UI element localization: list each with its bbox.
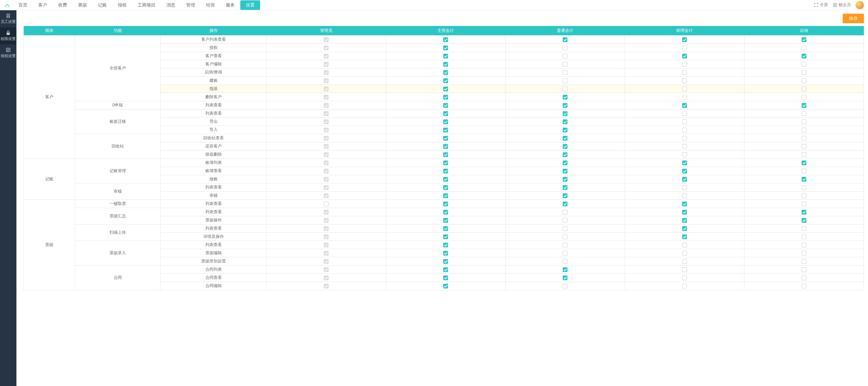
perm-checkbox-r30-c1[interactable] — [443, 284, 448, 288]
perm-checkbox-r27-c4[interactable] — [802, 259, 806, 264]
perm-checkbox-r14-c1[interactable] — [443, 152, 448, 157]
perm-checkbox-r12-c1[interactable] — [443, 136, 448, 141]
perm-checkbox-r7-c2[interactable] — [563, 95, 567, 100]
perm-checkbox-r15-c3[interactable] — [682, 160, 687, 165]
fullscreen-button[interactable]: 全屏 — [814, 2, 828, 8]
perm-checkbox-r17-c4[interactable] — [802, 177, 806, 182]
perm-checkbox-r22-c2[interactable] — [563, 218, 567, 223]
perm-checkbox-r23-c4[interactable] — [802, 226, 806, 231]
perm-checkbox-r8-c3[interactable] — [682, 103, 687, 108]
perm-checkbox-r22-c3[interactable] — [682, 218, 687, 223]
perm-checkbox-r27-c1[interactable] — [443, 259, 448, 264]
sidebar-item-tax[interactable]: 报税设置 — [0, 44, 16, 62]
perm-checkbox-r16-c3[interactable] — [682, 169, 687, 173]
perm-checkbox-r25-c3[interactable] — [682, 243, 687, 247]
perm-checkbox-r30-c4[interactable] — [802, 284, 806, 288]
perm-checkbox-r2-c1[interactable] — [443, 54, 448, 59]
perm-checkbox-r22-c4[interactable] — [802, 218, 806, 223]
perm-checkbox-r20-c2[interactable] — [563, 202, 567, 206]
perm-checkbox-r25-c1[interactable] — [443, 243, 448, 247]
perm-checkbox-r0-c1[interactable] — [443, 37, 448, 42]
perm-checkbox-r3-c3[interactable] — [682, 62, 687, 67]
perm-checkbox-r0-c4[interactable] — [802, 37, 806, 42]
perm-checkbox-r8-c1[interactable] — [443, 103, 448, 108]
perm-checkbox-r13-c2[interactable] — [563, 144, 567, 149]
perm-checkbox-r26-c3[interactable] — [682, 251, 687, 256]
perm-checkbox-r23-c3[interactable] — [682, 226, 687, 231]
perm-checkbox-r9-c3[interactable] — [682, 111, 687, 116]
perm-checkbox-r20-c3[interactable] — [682, 202, 687, 206]
perm-checkbox-r25-c4[interactable] — [802, 243, 806, 247]
perm-checkbox-r18-c4[interactable] — [802, 185, 806, 190]
nav-item-8[interactable]: 管理 — [181, 0, 201, 10]
perm-checkbox-r21-c1[interactable] — [443, 210, 448, 215]
perm-checkbox-r9-c4[interactable] — [802, 111, 806, 116]
perm-checkbox-r16-c1[interactable] — [443, 169, 448, 173]
perm-checkbox-r3-c4[interactable] — [802, 62, 806, 67]
perm-checkbox-r6-c3[interactable] — [682, 87, 687, 91]
perm-checkbox-r3-c1[interactable] — [443, 62, 448, 67]
perm-checkbox-r7-c4[interactable] — [802, 95, 806, 100]
avatar[interactable] — [856, 1, 864, 9]
nav-item-0[interactable]: 首页 — [13, 0, 33, 10]
perm-checkbox-r5-c3[interactable] — [682, 78, 687, 83]
perm-checkbox-r15-c4[interactable] — [802, 160, 806, 165]
perm-checkbox-r17-c1[interactable] — [443, 177, 448, 182]
perm-checkbox-r4-c3[interactable] — [682, 70, 687, 75]
nav-item-7[interactable]: 消息 — [161, 0, 181, 10]
perm-checkbox-r6-c2[interactable] — [563, 87, 567, 91]
perm-checkbox-r14-c4[interactable] — [802, 152, 806, 157]
perm-checkbox-r5-c2[interactable] — [563, 78, 567, 83]
perm-checkbox-r19-c4[interactable] — [802, 193, 806, 198]
nav-item-10[interactable]: 服务 — [220, 0, 240, 10]
perm-checkbox-r23-c2[interactable] — [563, 226, 567, 231]
perm-checkbox-r30-c2[interactable] — [563, 284, 567, 288]
perm-checkbox-r5-c1[interactable] — [443, 78, 448, 83]
perm-checkbox-r11-c4[interactable] — [802, 128, 806, 132]
perm-checkbox-r12-c2[interactable] — [563, 136, 567, 141]
perm-checkbox-r10-c3[interactable] — [682, 119, 687, 124]
perm-checkbox-r6-c1[interactable] — [443, 87, 448, 91]
perm-checkbox-r24-c2[interactable] — [563, 234, 567, 239]
perm-checkbox-r1-c1[interactable] — [443, 46, 448, 50]
perm-checkbox-r7-c3[interactable] — [682, 95, 687, 100]
perm-checkbox-r17-c2[interactable] — [563, 177, 567, 182]
perm-checkbox-r24-c1[interactable] — [443, 234, 448, 239]
perm-checkbox-r9-c2[interactable] — [563, 111, 567, 116]
sidebar-item-staff[interactable]: 员工设置 — [0, 10, 16, 27]
perm-checkbox-r19-c3[interactable] — [682, 193, 687, 198]
sidebar-item-lock[interactable]: 权限设置 — [0, 27, 16, 44]
perm-checkbox-r13-c4[interactable] — [802, 144, 806, 149]
nav-item-6[interactable]: 工商项目 — [132, 0, 161, 10]
perm-checkbox-r1-c3[interactable] — [682, 46, 687, 50]
nav-item-11[interactable]: 设置 — [240, 0, 260, 10]
perm-checkbox-r15-c2[interactable] — [563, 160, 567, 165]
save-button[interactable]: 保存 — [843, 14, 864, 23]
member-button[interactable]: 畅会员 — [833, 2, 851, 8]
perm-checkbox-r10-c1[interactable] — [443, 119, 448, 124]
perm-checkbox-r1-c4[interactable] — [802, 46, 806, 50]
perm-checkbox-r21-c3[interactable] — [682, 210, 687, 215]
perm-checkbox-r25-c2[interactable] — [563, 243, 567, 247]
perm-checkbox-r22-c1[interactable] — [443, 218, 448, 223]
perm-checkbox-r23-c1[interactable] — [443, 226, 448, 231]
perm-checkbox-r27-c3[interactable] — [682, 259, 687, 264]
perm-checkbox-r28-c4[interactable] — [802, 267, 806, 272]
perm-checkbox-r16-c2[interactable] — [563, 169, 567, 173]
perm-checkbox-r21-c4[interactable] — [802, 210, 806, 215]
perm-checkbox-r18-c2[interactable] — [563, 185, 567, 190]
perm-checkbox-r9-c1[interactable] — [443, 111, 448, 116]
perm-checkbox-r4-c2[interactable] — [563, 70, 567, 75]
perm-checkbox-r11-c3[interactable] — [682, 128, 687, 132]
perm-checkbox-r5-c4[interactable] — [802, 78, 806, 83]
perm-checkbox-r13-c1[interactable] — [443, 144, 448, 149]
perm-checkbox-r26-c1[interactable] — [443, 251, 448, 256]
perm-checkbox-r12-c4[interactable] — [802, 136, 806, 141]
perm-checkbox-r16-c4[interactable] — [802, 169, 806, 173]
perm-checkbox-r3-c2[interactable] — [563, 62, 567, 67]
perm-checkbox-r27-c2[interactable] — [563, 259, 567, 264]
perm-checkbox-r24-c4[interactable] — [802, 234, 806, 239]
perm-checkbox-r24-c3[interactable] — [682, 234, 687, 239]
perm-checkbox-r29-c1[interactable] — [443, 275, 448, 280]
perm-checkbox-r19-c2[interactable] — [563, 193, 567, 198]
